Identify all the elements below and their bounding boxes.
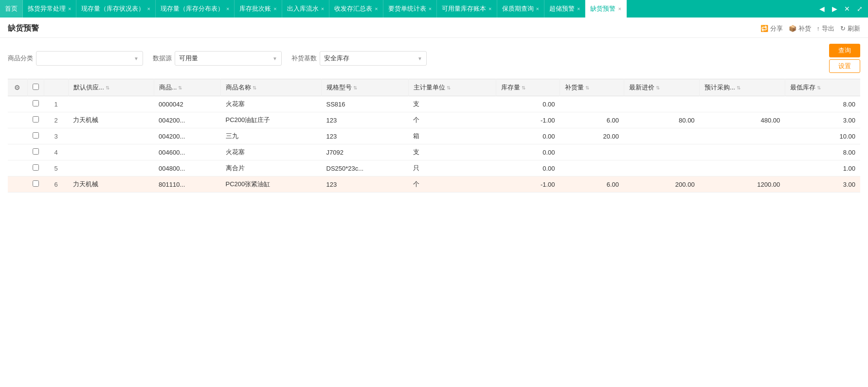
row-checkbox-4[interactable] [33,164,39,171]
close-tab-10[interactable]: × [577,6,580,12]
close-tab-2[interactable]: × [147,6,150,12]
th-name[interactable]: 商品名称 ⇅ [221,79,322,96]
close-tab-8[interactable]: × [488,6,491,12]
row-checkbox-cell[interactable] [27,112,44,128]
row-code: 004800... [154,160,220,176]
th-est-purchase[interactable]: 预计采购... ⇅ [700,79,785,96]
row-supplier: 力天机械 [68,112,154,128]
th-supplier[interactable]: 默认供应... ⇅ [68,79,154,96]
row-index: 4 [44,144,68,160]
nav-tab-10[interactable]: 超储预警 × [544,0,585,18]
replenish-button[interactable]: 📦 补货 [789,24,811,33]
row-checkbox-cell[interactable] [27,144,44,160]
replenish-base-select[interactable]: 安全库存 ▼ [320,51,427,66]
row-supplier [68,96,154,112]
close-tab-3[interactable]: × [226,6,229,12]
table-row: 2 力天机械 004200... PC200油缸庄子 123 个 -1.00 6… [8,112,860,128]
row-index: 2 [44,112,68,128]
row-unit: 支 [408,96,496,112]
th-unit[interactable]: 主计量单位 ⇅ [408,79,496,96]
share-button[interactable]: 🔁 分享 [760,24,783,33]
row-latest-price [624,160,700,176]
th-latest-price[interactable]: 最新进价 ⇅ [624,79,700,96]
row-unit: 箱 [408,128,496,144]
row-est-purchase [700,96,785,112]
nav-tab-home[interactable]: 首页 [0,0,23,18]
export-button[interactable]: ↑ 导出 [817,24,835,33]
th-spec[interactable]: 规格型号 ⇅ [322,79,409,96]
nav-prev-button[interactable]: ◀ [816,3,828,15]
th-code[interactable]: 商品... ⇅ [154,79,220,96]
close-tab-1[interactable]: × [68,6,71,12]
row-checkbox-2[interactable] [33,132,39,139]
close-tab-11[interactable]: × [618,6,621,12]
row-name: 三九 [221,128,322,144]
nav-tab-1[interactable]: 拣货异常处理 × [23,0,76,18]
row-est-purchase: 1200.00 [700,176,785,193]
row-checkbox-cell[interactable] [27,160,44,176]
nav-tab-2[interactable]: 现存量（库存状况表） × [76,0,155,18]
row-unit: 只 [408,160,496,176]
row-code: 0000042 [154,96,220,112]
row-checkbox-1[interactable] [33,116,39,123]
nav-close-button[interactable]: ✕ [841,3,853,15]
filter-datasource: 数据源 可用量 ▼ [153,51,282,66]
row-checkbox-0[interactable] [33,100,39,106]
sort-spec-icon: ⇅ [353,85,357,90]
row-min-stock: 1.00 [785,160,860,176]
row-replenish [560,96,624,112]
row-spec: DS250*23c... [322,160,409,176]
settings-button[interactable]: 设置 [829,59,860,73]
sort-name-icon: ⇅ [253,85,256,90]
th-min-stock[interactable]: 最低库存 ⇅ [785,79,860,96]
sort-min-stock-icon: ⇅ [817,85,821,90]
nav-expand-button[interactable]: ⤢ [854,3,866,15]
category-select[interactable]: ▼ [36,51,143,66]
row-checkbox-3[interactable] [33,148,39,155]
row-checkbox-cell[interactable] [27,128,44,144]
row-replenish [560,160,624,176]
close-tab-5[interactable]: × [321,6,324,12]
close-tab-6[interactable]: × [375,6,378,12]
table-row: 3 004200... 三九 123 箱 0.00 20.00 10.00 [8,128,860,144]
nav-tab-8[interactable]: 可用量库存账本 × [437,0,497,18]
nav-tab-7[interactable]: 要货单统计表 × [383,0,437,18]
row-code: 004600... [154,144,220,160]
select-all-checkbox[interactable] [33,84,39,90]
category-label: 商品分类 [8,54,33,63]
close-tab-7[interactable]: × [429,6,432,12]
row-est-purchase [700,144,785,160]
sort-code-icon: ⇅ [178,85,182,90]
nav-tab-3[interactable]: 现存量（库存分布表） × [156,0,235,18]
th-gear[interactable]: ⚙ [8,79,27,96]
sort-supplier-icon: ⇅ [106,85,109,90]
datasource-select[interactable]: 可用量 ▼ [175,51,282,66]
row-index: 6 [44,176,68,193]
close-tab-9[interactable]: × [536,6,539,12]
share-icon: 🔁 [760,25,768,32]
row-checkbox-cell[interactable] [27,96,44,112]
refresh-button[interactable]: ↻ 刷新 [840,24,860,33]
row-code: 801110... [154,176,220,193]
close-tab-4[interactable]: × [273,6,276,12]
row-checkbox-5[interactable] [33,180,39,187]
nav-tab-6[interactable]: 收发存汇总表 × [329,0,383,18]
table-row: 4 004600... 火花塞 J7092 支 0.00 8.00 [8,144,860,160]
row-stock: 0.00 [496,128,560,144]
nav-tab-9[interactable]: 保质期查询 × [497,0,544,18]
row-checkbox-cell[interactable] [27,176,44,193]
row-supplier [68,160,154,176]
th-stock[interactable]: 库存量 ⇅ [496,79,560,96]
row-index: 5 [44,160,68,176]
nav-next-button[interactable]: ▶ [829,3,840,15]
table-body: 1 0000042 火花塞 SS816 支 0.00 8.00 2 力天机械 0… [8,96,860,193]
query-button[interactable]: 查询 [829,44,860,57]
datasource-select-value: 可用量 [179,54,271,63]
th-replenish[interactable]: 补货量 ⇅ [560,79,624,96]
row-est-purchase [700,128,785,144]
table-header-row: ⚙ 默认供应... ⇅ 商品... [8,79,860,96]
nav-tab-11[interactable]: 缺货预警 × [585,0,626,18]
row-index: 1 [44,96,68,112]
nav-tab-4[interactable]: 库存批次账 × [235,0,282,18]
nav-tab-5[interactable]: 出入库流水 × [282,0,329,18]
